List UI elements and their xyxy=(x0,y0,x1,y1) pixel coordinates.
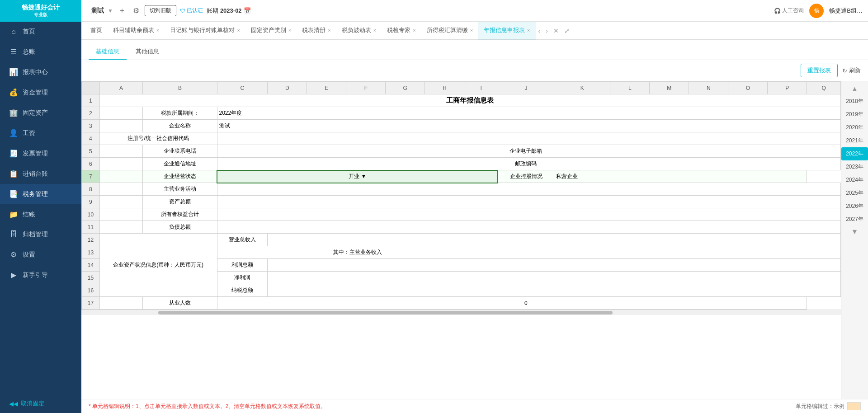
sidebar-item-archive[interactable]: 🗄 归档管理 xyxy=(0,225,81,244)
year-item-2026[interactable]: 2026年 xyxy=(841,200,868,213)
year-item-2023[interactable]: 2023年 xyxy=(841,160,868,174)
tab-close-icon[interactable]: × xyxy=(237,28,240,33)
cell-7-b[interactable]: 企业经营状态 xyxy=(143,170,217,183)
sheet-title-cell[interactable]: 工商年报信息表 xyxy=(99,94,840,107)
cell-10-a[interactable] xyxy=(99,208,143,221)
cell-15-val[interactable] xyxy=(268,272,841,284)
cell-10-b[interactable]: 所有者权益合计 xyxy=(143,208,217,221)
tab-fixed-assets[interactable]: 固定资产类别 × xyxy=(245,22,297,40)
sidebar-item-settings[interactable]: ⚙ 设置 xyxy=(0,244,81,265)
sidebar-item-tax[interactable]: 📑 税务管理 xyxy=(0,184,81,204)
cell-2-b[interactable]: 税款所属期间： xyxy=(143,107,217,120)
cell-9-a[interactable] xyxy=(99,196,143,208)
refresh-button[interactable]: ↻ 刷新 xyxy=(842,66,861,75)
tab-close-icon[interactable]: × xyxy=(328,28,330,33)
tab-prev-button[interactable]: ‹ xyxy=(536,25,543,36)
tab-home[interactable]: 首页 xyxy=(85,22,108,40)
cell-6-k[interactable] xyxy=(554,158,841,170)
cell-15-net-profit[interactable]: 净利润 xyxy=(217,272,268,284)
cell-4-c[interactable] xyxy=(217,132,841,145)
tab-close-all-button[interactable]: ✕ xyxy=(551,25,561,36)
cell-14-profit[interactable]: 利润总额 xyxy=(217,259,268,272)
cell-16-tax[interactable]: 纳税总额 xyxy=(217,284,268,297)
reset-report-button[interactable]: 重置报表 xyxy=(801,64,838,77)
cell-3-b[interactable]: 企业名称 xyxy=(143,120,217,132)
tab-tax-forms[interactable]: 税表清册 × xyxy=(297,22,336,40)
sidebar-item-funds[interactable]: 💰 资金管理 xyxy=(0,82,81,103)
year-item-2024[interactable]: 2024年 xyxy=(841,174,868,187)
tab-subject-balance[interactable]: 科目辅助余额表 × xyxy=(108,22,165,40)
cell-2-a[interactable] xyxy=(99,107,143,120)
tab-tax-expert[interactable]: 税检专家 × xyxy=(382,22,421,40)
tab-close-icon[interactable]: × xyxy=(156,28,159,33)
cell-9-b[interactable]: 资产总额 xyxy=(143,196,217,208)
cell-5-k[interactable] xyxy=(554,145,841,158)
scrollbar-thumb[interactable] xyxy=(158,311,613,314)
sub-tab-basic[interactable]: 基础信息 xyxy=(89,44,127,60)
year-scroll-up-button[interactable]: ▲ xyxy=(849,83,860,95)
cell-17-employees[interactable]: 从业人数 xyxy=(143,297,217,310)
sub-tab-other[interactable]: 其他信息 xyxy=(128,44,166,60)
cell-3-c[interactable]: 测试 xyxy=(217,120,841,132)
cell-14-val[interactable] xyxy=(268,259,841,272)
cell-8-c[interactable] xyxy=(217,183,841,196)
cell-9-c[interactable] xyxy=(217,196,841,208)
sidebar-item-close[interactable]: 📁 结账 xyxy=(0,204,81,225)
service-button[interactable]: 🎧 人工咨询 xyxy=(774,7,804,14)
cell-12-asset-info[interactable]: 企业资产状况信息(币种：人民币万元) xyxy=(99,234,217,297)
switch-version-button[interactable]: 切到旧版 xyxy=(145,5,176,16)
cell-5-c[interactable] xyxy=(217,145,498,158)
cell-7-a[interactable] xyxy=(99,170,143,183)
tab-close-icon[interactable]: × xyxy=(373,28,376,33)
tab-income-tax[interactable]: 所得税汇算清缴 × xyxy=(421,22,478,40)
cell-7-j[interactable]: 企业控股情况 xyxy=(498,170,554,183)
cell-6-a[interactable] xyxy=(99,158,143,170)
sidebar-item-guide[interactable]: ▶ 新手引导 xyxy=(0,265,81,285)
year-item-2019[interactable]: 2019年 xyxy=(841,108,868,121)
cell-2-c[interactable]: 2022年度 xyxy=(217,107,841,120)
cell-8-a[interactable] xyxy=(99,183,143,196)
cell-6-b[interactable]: 企业通信地址 xyxy=(143,158,217,170)
tab-close-icon[interactable]: × xyxy=(527,28,530,33)
year-item-2022[interactable]: 2022年 xyxy=(841,147,868,160)
cell-8-b[interactable]: 主营业务活动 xyxy=(143,183,217,196)
year-item-2018[interactable]: 2018年 xyxy=(841,95,868,108)
cell-5-a[interactable] xyxy=(99,145,143,158)
year-scroll-down-button[interactable]: ▼ xyxy=(849,226,860,238)
settings-icon[interactable]: ⚙ xyxy=(131,5,141,17)
tab-bank-reconcile[interactable]: 日记账与银行对账单核对 × xyxy=(165,22,245,40)
tab-annual-report[interactable]: 年报信息申报表 × xyxy=(478,22,535,40)
cell-6-j[interactable]: 邮政编码 xyxy=(498,158,554,170)
cell-13-main-revenue[interactable]: 其中：主营业务收入 xyxy=(217,246,498,259)
tab-close-icon[interactable]: × xyxy=(413,28,415,33)
tab-next-button[interactable]: › xyxy=(543,25,551,36)
cell-7-c-dropdown[interactable]: 开业 ▼ xyxy=(217,170,498,183)
sidebar-item-invoices[interactable]: 🧾 发票管理 xyxy=(0,143,81,164)
sidebar-item-home[interactable]: ⌂ 首页 xyxy=(0,22,81,42)
sidebar-item-assets[interactable]: 🏢 固定资产 xyxy=(0,103,81,123)
cell-16-val[interactable] xyxy=(268,284,841,297)
calendar-icon[interactable]: 📅 xyxy=(244,7,251,14)
cell-12-revenue[interactable]: 营业总收入 xyxy=(217,234,268,246)
sidebar-item-ledger[interactable]: ☰ 总账 xyxy=(0,42,81,62)
sidebar-item-purchases[interactable]: 📋 进销台账 xyxy=(0,164,81,184)
tab-close-icon[interactable]: × xyxy=(288,28,291,33)
cell-5-b[interactable]: 企业联系电话 xyxy=(143,145,217,158)
cell-17-k[interactable] xyxy=(554,297,807,310)
cell-11-a[interactable] xyxy=(99,221,143,234)
cell-11-b[interactable]: 负债总额 xyxy=(143,221,217,234)
sidebar-footer-unpin[interactable]: ◀◀ 取消固定 xyxy=(0,394,81,413)
cell-4-ab[interactable]: 注册号/统一社会信用代码 xyxy=(99,132,217,145)
tab-close-icon[interactable]: × xyxy=(470,28,473,33)
cell-11-c[interactable] xyxy=(217,221,841,234)
cell-17-c[interactable] xyxy=(217,297,498,310)
env-dropdown-icon[interactable]: ▼ xyxy=(108,8,113,14)
horizontal-scrollbar[interactable] xyxy=(81,310,841,315)
year-item-2027[interactable]: 2027年 xyxy=(841,213,868,226)
cell-7-k[interactable]: 私营企业 xyxy=(554,170,807,183)
cell-17-j[interactable]: 0 xyxy=(498,297,554,310)
sidebar-item-reports[interactable]: 📊 报表中心 xyxy=(0,62,81,82)
cell-17-a[interactable] xyxy=(99,297,143,310)
year-item-2020[interactable]: 2020年 xyxy=(841,121,868,134)
year-item-2025[interactable]: 2025年 xyxy=(841,187,868,200)
